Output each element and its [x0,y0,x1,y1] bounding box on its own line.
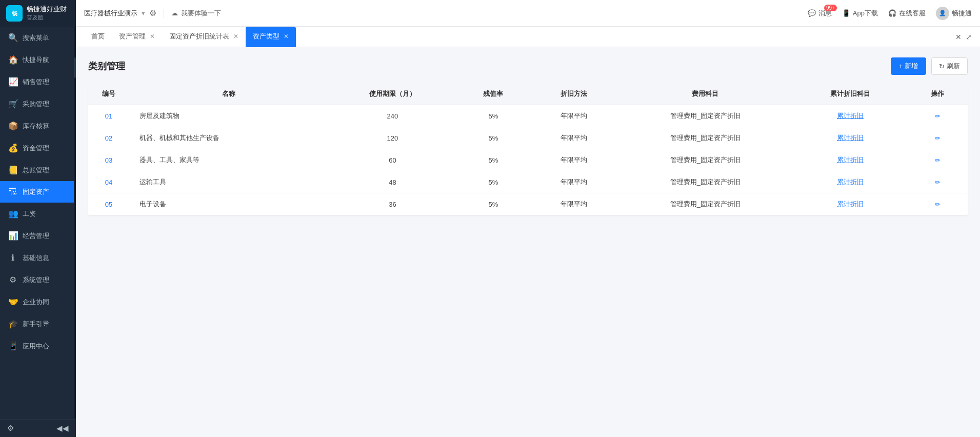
logo-icon: 畅 [6,5,23,22]
company-dropdown-icon[interactable]: ▾ [142,9,145,17]
tab-asset-mgmt[interactable]: 资产管理 ✕ [112,27,162,47]
app-download-icon: 📱 [842,9,850,17]
edit-btn[interactable]: ✏ [907,193,968,215]
sidebar-item-fixed-asset[interactable]: 🏗 固定资产 [0,181,76,203]
sidebar-item-fund[interactable]: 💰 资金管理 [0,137,76,159]
table-row: 01 房屋及建筑物 240 5% 年限平均 管理费用_固定资产折旧 累计折旧 ✏ [88,105,968,127]
cell-period: 240 [329,105,456,127]
sidebar-item-label: 新手引导 [23,320,49,329]
cell-name: 运输工具 [129,171,329,193]
sidebar-item-ledger[interactable]: 📒 总账管理 [0,159,76,181]
fund-icon: 💰 [8,143,17,153]
cell-residual: 5% [456,193,530,215]
table-header-row: 编号 名称 使用期限（月） 残值率 折旧方法 费用科目 累计折旧科目 操作 [88,83,968,105]
edit-btn[interactable]: ✏ [907,127,968,149]
cell-method: 年限平均 [530,105,617,127]
sidebar-item-label: 采购管理 [23,100,49,109]
purchase-icon: 🛒 [8,99,17,109]
sidebar-item-sales[interactable]: 📈 销售管理 [0,71,76,93]
experience-btn[interactable]: ☁ 我要体验一下 [171,9,221,18]
sidebar-item-label: 快捷导航 [23,55,49,65]
cell-accum: 累计折旧 [793,105,908,127]
refresh-btn[interactable]: ↻ 刷新 [931,57,968,75]
cell-residual: 5% [456,127,530,149]
sidebar-item-app-center[interactable]: 📱 应用中心 [0,335,76,357]
online-service-btn[interactable]: 🎧 在线客服 [888,9,926,18]
tab-asset-mgmt-label: 资产管理 [119,32,146,41]
col-name: 名称 [129,83,329,105]
sidebar-item-label: 基础信息 [23,253,49,263]
tab-asset-mgmt-close[interactable]: ✕ [150,33,155,40]
sales-icon: 📈 [8,77,17,87]
refresh-icon: ↻ [939,63,945,70]
sidebar-item-system[interactable]: ⚙ 系统管理 [0,269,76,291]
sidebar-item-cooperation[interactable]: 🤝 企业协同 [0,291,76,313]
cell-id: 03 [88,149,129,171]
home-icon: 🏠 [8,55,17,65]
message-btn[interactable]: 💬 消息 99+ [808,9,832,18]
sidebar-logo: 畅 畅捷通好业财 普及版 [0,0,76,27]
cell-id: 04 [88,171,129,193]
divider [164,9,164,18]
tab-asset-type[interactable]: 资产类型 ✕ [246,27,296,47]
maximize-window-btn[interactable]: ⤢ [966,33,972,41]
edit-btn[interactable]: ✏ [907,171,968,193]
company-name: 医疗器械行业演示 [84,9,137,18]
sidebar-item-payroll[interactable]: 👥 工资 [0,203,76,225]
new-btn[interactable]: + 新增 [891,57,926,75]
cell-method: 年限平均 [530,127,617,149]
avatar: 👤 [936,7,949,20]
close-window-btn[interactable]: ✕ [955,33,962,41]
sidebar-item-base-info[interactable]: ℹ 基础信息 [0,247,76,269]
settings-icon[interactable]: ⚙ [7,424,14,433]
cell-accum: 累计折旧 [793,171,908,193]
tab-fixed-asset-table[interactable]: 固定资产折旧统计表 ✕ [162,27,246,47]
sidebar-item-quick-nav[interactable]: 🏠 快捷导航 [0,49,76,71]
tab-fixed-asset-table-label: 固定资产折旧统计表 [169,32,229,41]
sidebar-item-inventory[interactable]: 📦 库存核算 [0,115,76,137]
topbar-settings-icon[interactable]: ⚙ [149,8,156,18]
cell-expense: 管理费用_固定资产折旧 [617,105,793,127]
system-icon: ⚙ [8,275,17,285]
window-controls: ✕ ⤢ [955,33,972,41]
cell-residual: 5% [456,149,530,171]
cell-name: 机器、机械和其他生产设备 [129,127,329,149]
col-period: 使用期限（月） [329,83,456,105]
page-title: 类别管理 [88,60,125,72]
table-row: 02 机器、机械和其他生产设备 120 5% 年限平均 管理费用_固定资产折旧 … [88,127,968,149]
table-row: 05 电子设备 36 5% 年限平均 管理费用_固定资产折旧 累计折旧 ✏ [88,193,968,215]
collapse-icon[interactable]: ◀◀ [56,424,69,433]
cell-method: 年限平均 [530,149,617,171]
page-header: 类别管理 + 新增 ↻ 刷新 [88,57,968,75]
cell-period: 48 [329,171,456,193]
sidebar-item-guide[interactable]: 🎓 新手引导 [0,313,76,335]
sidebar-item-label: 销售管理 [23,77,49,87]
user-btn[interactable]: 👤 畅捷通 [936,7,972,20]
sidebar-item-operations[interactable]: 📊 经营管理 [0,225,76,247]
sidebar-item-purchase[interactable]: 🛒 采购管理 [0,93,76,115]
edit-btn[interactable]: ✏ [907,105,968,127]
cell-period: 60 [329,149,456,171]
sidebar-bottom: ⚙ ◀◀ [0,419,76,437]
tab-asset-type-close[interactable]: ✕ [284,33,289,40]
sidebar-menu: 🔍 搜索菜单 🏠 快捷导航 📈 销售管理 🛒 采购管理 📦 库存核算 💰 资金管… [0,27,76,419]
sidebar-item-search[interactable]: 🔍 搜索菜单 [0,27,76,49]
col-expense: 费用科目 [617,83,793,105]
topbar-left: 医疗器械行业演示 ▾ ⚙ ☁ 我要体验一下 [84,8,803,18]
tab-home[interactable]: 首页 [84,27,112,47]
payroll-icon: 👥 [8,209,17,218]
cell-accum: 累计折旧 [793,149,908,171]
sidebar-item-label: 资金管理 [23,144,49,153]
logo-edition: 普及版 [27,14,67,22]
app-download-btn[interactable]: 📱 App下载 [842,9,878,18]
sidebar-item-label: 应用中心 [23,342,49,351]
cell-residual: 5% [456,105,530,127]
cell-residual: 5% [456,171,530,193]
tab-fixed-asset-table-close[interactable]: ✕ [233,33,238,40]
edit-btn[interactable]: ✏ [907,149,968,171]
cell-period: 36 [329,193,456,215]
tab-asset-type-label: 资产类型 [253,32,279,41]
sidebar-item-label: 企业协同 [23,297,49,307]
cell-id: 05 [88,193,129,215]
sidebar-item-label: 库存核算 [23,122,49,131]
